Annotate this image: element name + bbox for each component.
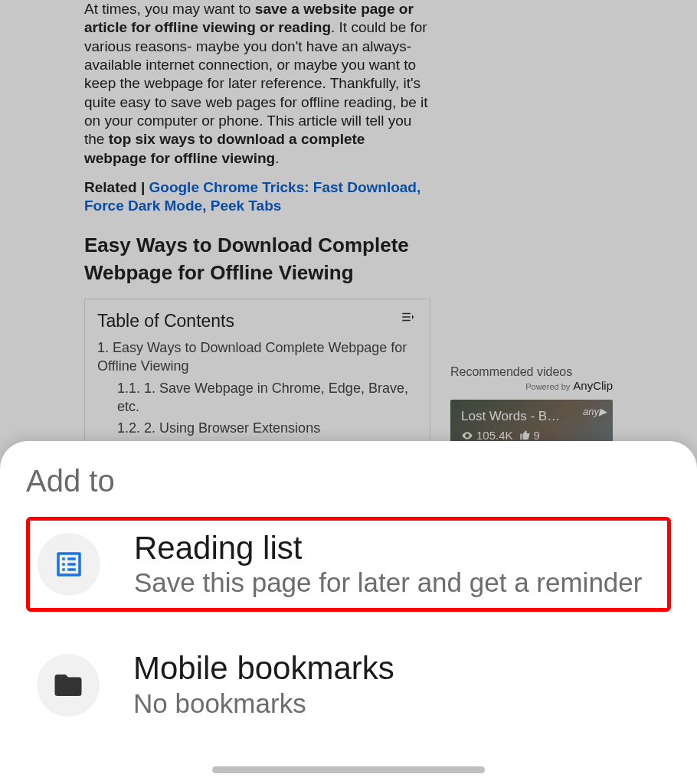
option-subtitle: Save this page for later and get a remin… xyxy=(134,568,642,598)
home-indicator[interactable] xyxy=(212,766,485,773)
toc-item[interactable]: 1.1. 1. Save Webpage in Chrome, Edge, Br… xyxy=(97,379,417,416)
option-mobile-bookmarks[interactable]: Mobile bookmarks No bookmarks xyxy=(26,638,671,732)
option-text: Reading list Save this page for later an… xyxy=(134,531,642,598)
intro-mid: . It could be for various reasons- maybe… xyxy=(84,19,428,147)
intro-paragraph: At times, you may want to save a website… xyxy=(84,0,430,168)
toc-title: Table of Contents xyxy=(97,310,417,332)
option-title: Mobile bookmarks xyxy=(133,652,394,685)
like-count: 9 xyxy=(519,429,540,442)
related-prefix: Related | xyxy=(84,179,149,195)
toc-toggle-icon[interactable] xyxy=(401,310,416,325)
video-stats: 105.4K 9 xyxy=(461,429,602,442)
svg-rect-1 xyxy=(402,316,411,318)
add-to-bottom-sheet: Add to Reading list Save this page for l… xyxy=(0,441,697,784)
intro-bold-2: top six ways to download a complete webp… xyxy=(84,131,365,165)
svg-rect-0 xyxy=(402,312,411,314)
sheet-title: Add to xyxy=(26,464,671,498)
intro-suffix: . xyxy=(275,150,279,166)
intro-prefix: At times, you may want to xyxy=(84,1,255,17)
article-heading: Easy Ways to Download Complete Webpage f… xyxy=(84,232,430,286)
thumbs-up-icon xyxy=(519,430,531,441)
video-title: Lost Words - Be... xyxy=(461,409,561,424)
option-reading-list[interactable]: Reading list Save this page for later an… xyxy=(26,517,671,612)
reading-list-icon xyxy=(38,533,100,596)
view-count: 105.4K xyxy=(461,429,513,442)
folder-icon xyxy=(37,654,100,717)
svg-rect-2 xyxy=(402,319,411,321)
recommended-label: Recommended videos xyxy=(450,364,613,379)
option-title: Reading list xyxy=(134,531,642,565)
toc-item[interactable]: 1. Easy Ways to Download Complete Webpag… xyxy=(97,338,417,376)
related-paragraph: Related | Google Chrome Tricks: Fast Dow… xyxy=(84,178,430,216)
powered-by-label: Powered by xyxy=(525,382,570,391)
brand-name: AnyClip xyxy=(573,379,613,392)
toc-item[interactable]: 1.2. 2. Using Browser Extensions xyxy=(97,419,417,437)
eye-icon xyxy=(461,430,473,442)
option-text: Mobile bookmarks No bookmarks xyxy=(133,652,394,718)
option-subtitle: No bookmarks xyxy=(133,689,394,719)
anyclip-logo-icon: any▶ xyxy=(583,406,607,417)
